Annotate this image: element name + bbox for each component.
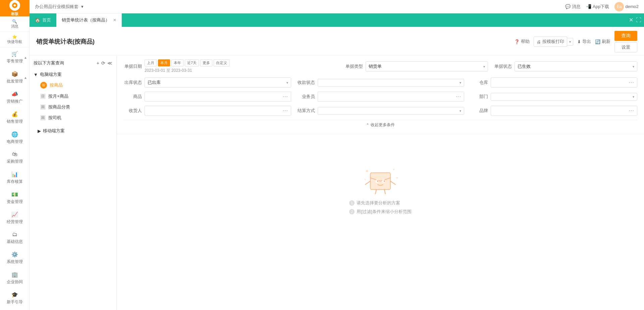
date-btn-this-year[interactable]: 本年 (171, 59, 183, 66)
print-btn[interactable]: 🖨 按模板打印 (534, 37, 567, 47)
settlement-label: 结算方式 (297, 108, 315, 114)
user-profile[interactable]: Ea demo2 (614, 2, 639, 11)
collect-status-control[interactable]: ▾ (318, 79, 464, 87)
scheme-item-by-month-product[interactable]: 日 按月+商品 (30, 91, 116, 102)
tab-sales-stat-label: 销货单统计表（按商品） (62, 17, 110, 23)
out-status-control[interactable]: 已出库 ▾ (145, 78, 291, 88)
avatar-initial: Ea (617, 4, 622, 9)
print-dropdown[interactable]: ▾ (567, 38, 573, 46)
date-quick-btns: 上月 本月 本年 近7天 更多 自定义 (145, 59, 339, 66)
two-panel: 按以下方案查询 + ⟳ ≪ ▼ 电脑端方案 (30, 55, 644, 310)
doc-status-control[interactable]: 已生效 ▾ (515, 61, 637, 71)
tab-home[interactable]: 🏠 首页 (30, 13, 56, 27)
app-download-icon: 📲 (586, 4, 591, 9)
industry-selector[interactable]: 办公用品行业模拟账套 ▾ (35, 4, 84, 10)
out-status-label: 出库状态 (123, 80, 142, 86)
message-btn[interactable]: 💬 消息 (565, 4, 581, 10)
scheme-item-by-product[interactable]: 按 按商品 (30, 80, 116, 91)
sidebar-item-sales[interactable]: 💰 销售管理 (0, 108, 29, 128)
star-icon: ⭐ (1, 35, 28, 39)
main-area: 办公用品行业模拟账套 ▾ 💬 消息 📲 App下载 Ea demo2 🏠 首页 (30, 0, 644, 310)
sidebar-item-marketing[interactable]: 📣 营销推广 (0, 88, 29, 108)
home-icon: 🏠 (35, 18, 40, 23)
message-label: 消息 (572, 4, 581, 10)
doc-status-arrow: ▾ (633, 65, 634, 68)
date-range-display: 2023-03-01 至 2023-03-31 (145, 68, 339, 73)
print-btn-group: 🖨 按模板打印 ▾ (534, 37, 573, 47)
tip-1-text: 请先选择要分析的方案 (357, 200, 400, 206)
tab-sales-stat-close[interactable]: ✕ (113, 18, 116, 22)
salesperson-label: 业务员 (297, 94, 315, 100)
doc-type-control[interactable]: 销货单 ▾ (366, 61, 488, 71)
by-product-label: 按商品 (50, 82, 63, 88)
export-btn[interactable]: ⬇ 导出 (577, 39, 591, 45)
scheme-group-pc-title[interactable]: ▼ 电脑端方案 (30, 69, 116, 80)
retail-icon: 🛒 (11, 51, 18, 57)
add-scheme-btn[interactable]: + (97, 60, 99, 66)
refresh-btn[interactable]: 🔄 刷新 (595, 39, 610, 45)
filter-doc-status: 单据状态 已生效 ▾ (493, 61, 637, 71)
collapse-filter-btn[interactable]: ⌃ 收起更多条件 (123, 120, 637, 130)
filter-recipient: 收货人 ··· (123, 106, 291, 116)
wholesale-arrow: ▲ (24, 76, 27, 80)
settings-btn[interactable]: 设置 (614, 42, 637, 52)
scheme-group-mobile-title[interactable]: ▶ 移动端方案 (30, 126, 116, 136)
sidebar-item-wholesale[interactable]: 📦 批发管理 ▲ (0, 67, 29, 88)
settlement-control[interactable]: ▾ (318, 107, 464, 115)
sidebar-item-basic[interactable]: 🗂 基础信息 (0, 228, 29, 248)
warehouse-control[interactable]: ··· (491, 78, 637, 88)
newbie-label: 新手引导 (7, 299, 23, 305)
sidebar-item-purchase[interactable]: 🛍 采购管理 (0, 148, 29, 168)
svg-point-13 (396, 177, 398, 179)
refresh-scheme-btn[interactable]: ⟳ (101, 60, 105, 66)
sidebar-item-system[interactable]: ⚙️ 系统管理 (0, 248, 29, 268)
app-download-btn[interactable]: 📲 App下载 (586, 4, 609, 10)
basic-icon: 🗂 (12, 231, 17, 238)
help-btn[interactable]: ❓ 帮助 (514, 39, 530, 45)
sidebar-item-operations[interactable]: 📈 经营管理 (0, 208, 29, 228)
query-btn[interactable]: 查询 (614, 31, 637, 41)
product-control[interactable]: ··· (145, 92, 291, 102)
ecommerce-label: 电商管理 (7, 139, 23, 145)
sales-icon: 💰 (11, 111, 18, 117)
date-btn-more[interactable]: 更多 (200, 59, 212, 66)
warehouse-label: 仓库 (470, 80, 488, 86)
product-dots: ··· (283, 94, 288, 100)
scheme-item-by-printer[interactable]: 回 按司机 (30, 112, 116, 123)
sidebar-item-enterprise[interactable]: 🏢 企业协同 (0, 268, 29, 288)
left-panel-title: 按以下方案查询 (34, 60, 64, 66)
sidebar-item-apps[interactable]: 📱 应用中心 (0, 308, 29, 310)
date-btn-this-month[interactable]: 本月 (158, 59, 170, 66)
department-control[interactable]: ▾ (491, 93, 637, 101)
sidebar-item-finance[interactable]: 💵 资金管理 (0, 188, 29, 208)
tab-sales-stat[interactable]: 销货单统计表（按商品） ✕ (56, 13, 122, 27)
enterprise-icon: 🏢 (11, 271, 18, 278)
app-logo[interactable]: 标版 (0, 0, 30, 16)
collapse-panel-btn[interactable]: ≪ (107, 60, 112, 66)
tab-home-label: 首页 (42, 17, 51, 23)
sidebar-quick-nav[interactable]: ⭐ 快捷导航 (0, 32, 29, 47)
department-label: 部门 (470, 94, 488, 100)
tab-expand-btn[interactable]: ⛶ (636, 17, 641, 23)
tab-close-btn[interactable]: ✕ (629, 17, 633, 23)
sidebar-search[interactable]: 🔍 消息 (0, 16, 29, 32)
sidebar-item-retail[interactable]: 🛒 零售管理 ▲ (0, 47, 29, 67)
brand-control[interactable]: ··· (491, 106, 637, 116)
salesperson-control[interactable]: ··· (318, 92, 464, 102)
date-btn-custom[interactable]: 自定义 (214, 59, 229, 66)
recipient-control[interactable]: ··· (145, 106, 291, 116)
scheme-item-by-category[interactable]: 回 按商品分类 (30, 102, 116, 112)
by-category-icon: 回 (40, 104, 46, 110)
sidebar-item-newbie[interactable]: 🎓 新手引导 (0, 288, 29, 308)
svg-line-8 (390, 181, 395, 185)
sidebar-item-ecommerce[interactable]: 🌐 电商管理 (0, 128, 29, 148)
by-month-product-icon: 日 (40, 94, 46, 99)
brand-label: 品牌 (470, 108, 488, 114)
filter-collect-status: 收款状态 ▾ (297, 79, 464, 87)
svg-point-11 (366, 170, 368, 172)
user-name: demo2 (625, 4, 639, 9)
date-btn-7days[interactable]: 近7天 (185, 59, 199, 66)
sidebar-item-inventory[interactable]: 📊 库存核算 (0, 168, 29, 188)
date-btn-last-month[interactable]: 上月 (145, 59, 157, 66)
svg-point-6 (384, 180, 385, 182)
